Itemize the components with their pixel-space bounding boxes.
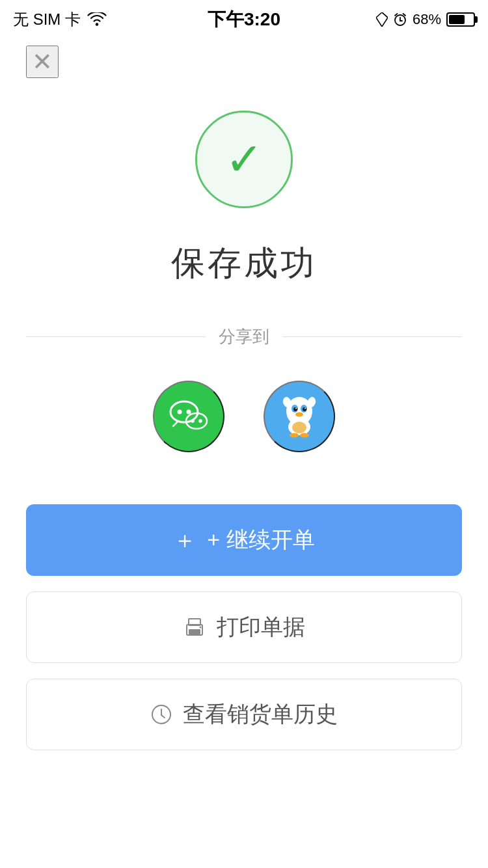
svg-point-14 [303, 407, 306, 411]
share-icons [153, 381, 335, 452]
action-buttons: ＋ + 继续开单 打印单据 查看销货单历史 [26, 504, 462, 750]
svg-point-9 [198, 419, 202, 423]
svg-line-30 [161, 715, 165, 718]
status-right: 68% [376, 11, 475, 28]
status-left: 无 SIM 卡 [13, 9, 107, 30]
divider-line-left [26, 336, 206, 337]
wechat-share-button[interactable] [153, 381, 224, 452]
history-icon [150, 703, 172, 726]
view-history-button[interactable]: 查看销货单历史 [26, 679, 462, 750]
qq-share-button[interactable] [264, 381, 335, 452]
success-circle: ✓ [195, 111, 293, 208]
battery-fill [449, 15, 465, 24]
status-time: 下午3:20 [208, 7, 280, 32]
main-content: ✕ ✓ 保存成功 分享到 [0, 39, 488, 750]
svg-point-5 [178, 410, 182, 414]
location-icon [376, 12, 388, 27]
svg-point-8 [191, 419, 195, 423]
share-divider: 分享到 [26, 325, 462, 348]
svg-point-15 [295, 408, 297, 409]
svg-point-17 [295, 413, 303, 417]
view-history-label: 查看销货单历史 [183, 699, 338, 729]
wechat-icon [167, 398, 211, 435]
status-bar: 无 SIM 卡 下午3:20 68% [0, 0, 488, 39]
svg-point-16 [305, 408, 306, 409]
svg-point-21 [300, 433, 309, 438]
print-button[interactable]: 打印单据 [26, 591, 462, 663]
alarm-icon [393, 12, 407, 27]
svg-point-13 [293, 407, 297, 411]
svg-point-4 [170, 401, 198, 422]
share-label: 分享到 [219, 325, 269, 348]
plus-icon: ＋ [173, 524, 197, 556]
continue-order-button[interactable]: ＋ + 继续开单 [26, 504, 462, 576]
svg-point-19 [292, 422, 306, 433]
no-sim-label: 无 SIM 卡 [13, 9, 81, 30]
printer-icon [183, 616, 206, 638]
battery-icon [446, 12, 475, 27]
close-icon: ✕ [32, 49, 53, 74]
svg-point-20 [290, 433, 299, 438]
continue-order-label: + 继续开单 [207, 525, 314, 555]
divider-line-right [282, 336, 462, 337]
checkmark-icon: ✓ [225, 137, 264, 182]
svg-point-27 [200, 627, 202, 629]
battery-percent: 68% [413, 11, 441, 28]
close-button[interactable]: ✕ [26, 46, 59, 78]
svg-rect-25 [189, 629, 200, 634]
success-title: 保存成功 [171, 241, 317, 286]
print-label: 打印单据 [217, 612, 305, 642]
svg-point-0 [96, 23, 98, 25]
svg-point-6 [187, 410, 191, 414]
wifi-icon [87, 12, 107, 27]
qq-icon [279, 394, 319, 439]
